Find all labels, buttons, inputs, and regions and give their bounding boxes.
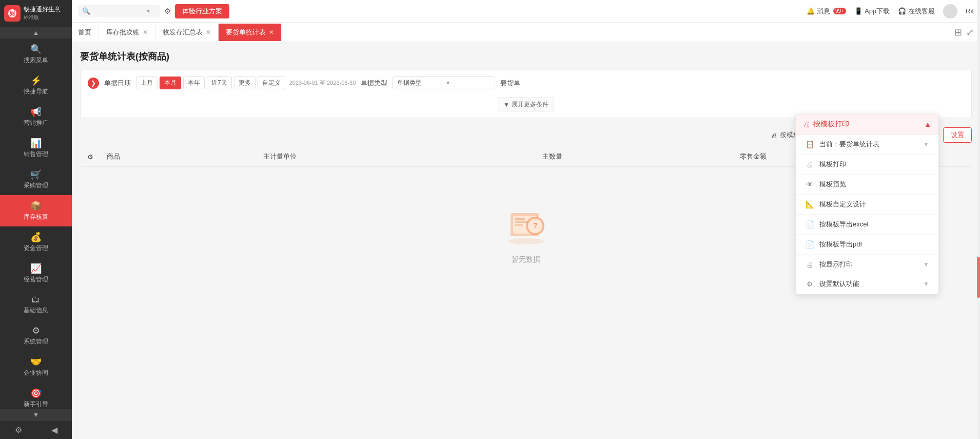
operation-icon: 📈 <box>30 263 42 274</box>
sidebar-nav: 🔍 搜索菜单 ⚡ 快捷导航 📢 营销推广 📊 销售管理 🛒 采购管理 📦 库存核… <box>0 39 72 409</box>
sidebar-item-marketing[interactable]: 📢 营销推广 <box>0 101 72 132</box>
main-content: 🔍 ▼ ⚙ 体验行业方案 🔔 消息 99+ 📱 App下载 🎧 在线客服 Rit <box>72 0 980 439</box>
sidebar-item-purchase[interactable]: 🛒 采购管理 <box>0 164 72 195</box>
print-dropdown-collapse-icon[interactable]: ▲ <box>924 120 931 128</box>
sidebar-item-collab[interactable]: 🤝 企业协同 <box>0 351 72 383</box>
col-settings-header[interactable]: ⚙ <box>80 147 101 167</box>
tabs-fullscreen-btn[interactable]: ⤢ <box>966 27 974 38</box>
sidebar-scroll-up[interactable]: ▲ <box>0 27 72 39</box>
tab-order-stats[interactable]: 要货单统计表 ✕ <box>219 24 282 41</box>
date-range-display: 2023-06-01 至 2023-06-30 <box>289 79 356 87</box>
type-filter-value: 单据类型 <box>397 79 442 87</box>
tab-inventory-batch-close[interactable]: ✕ <box>143 29 148 36</box>
set-default-icon: ⚙ <box>805 280 814 288</box>
date-filter-buttons: 上月 本月 本年 近7天 更多 自定义 2023-06-01 至 2023-06… <box>136 77 356 89</box>
avatar[interactable] <box>943 4 957 18</box>
topbar: 🔍 ▼ ⚙ 体验行业方案 🔔 消息 99+ 📱 App下载 🎧 在线客服 Rit <box>72 0 980 23</box>
svg-text:财: 财 <box>9 10 16 16</box>
sidebar-item-search[interactable]: 🔍 搜索菜单 <box>0 39 72 70</box>
print-icon: 🖨 <box>771 131 778 139</box>
template-print-item[interactable]: 🖨 模板打印 <box>796 155 938 175</box>
template-export-excel-item[interactable]: 📄 按模板导出excel <box>796 215 938 235</box>
print-dropdown-title-area: 🖨 按模板打印 <box>803 120 849 129</box>
date-btn-custom[interactable]: 自定义 <box>258 77 285 89</box>
sidebar-item-guide[interactable]: 🎯 新手引导 <box>0 383 72 409</box>
expand-conditions-btn[interactable]: ▼ 展开更多条件 <box>498 98 554 111</box>
display-print-icon: 🖨 <box>805 260 814 269</box>
expand-icon: ▼ <box>503 101 509 108</box>
svg-text:?: ? <box>533 221 538 230</box>
tab-home-label: 首页 <box>78 28 91 37</box>
app-download-btn[interactable]: 📱 App下载 <box>854 7 890 16</box>
message-icon: 🔔 <box>807 7 815 15</box>
search-dropdown-icon: ▼ <box>146 8 151 14</box>
tab-receipt-summary[interactable]: 收发存汇总表 ✕ <box>155 24 219 41</box>
sales-icon: 📊 <box>30 138 42 149</box>
template-export-pdf-label: 按模板导出pdf <box>819 240 862 249</box>
sidebar-item-sales[interactable]: 📊 销售管理 <box>0 132 72 164</box>
scrollbar-thumb[interactable] <box>977 257 980 298</box>
sidebar-logo: 财 畅捷通好生意 标准版 <box>0 0 72 27</box>
template-export-pdf-item[interactable]: 📄 按模板导出pdf <box>796 235 938 255</box>
template-export-pdf-icon: 📄 <box>805 240 814 249</box>
template-design-item[interactable]: 📐 模板自定义设计 <box>796 195 938 215</box>
current-template-item[interactable]: 📋 当前：要货单统计表 ▼ <box>796 135 938 155</box>
trial-btn[interactable]: 体验行业方案 <box>175 4 229 18</box>
col-unit-header: 主计量单位 <box>257 147 536 167</box>
filter-collapse-btn[interactable]: ❯ <box>88 78 99 89</box>
topbar-gear-icon[interactable]: ⚙ <box>164 7 171 16</box>
type-filter-label: 单据类型 <box>361 79 387 88</box>
template-preview-item[interactable]: 👁 模板预览 <box>796 175 938 195</box>
type-filter-arrow-icon: ▼ <box>445 80 491 86</box>
date-btn-current-month[interactable]: 本月 <box>160 77 181 89</box>
display-print-arrow: ▼ <box>923 261 929 268</box>
date-btn-7days[interactable]: 近7天 <box>207 77 232 89</box>
sidebar-item-system[interactable]: ⚙ 系统管理 <box>0 320 72 351</box>
date-btn-last-month[interactable]: 上月 <box>136 77 158 89</box>
set-default-label: 设置默认功能 <box>819 279 859 289</box>
inventory-icon: 📦 <box>30 200 42 212</box>
scrollbar[interactable] <box>977 0 980 439</box>
template-export-excel-icon: 📄 <box>805 220 814 228</box>
online-service-btn[interactable]: 🎧 在线客服 <box>898 7 935 16</box>
sidebar-item-finance[interactable]: 💰 资金管理 <box>0 226 72 258</box>
empty-state-icon: ? <box>500 198 552 249</box>
sidebar-item-quick-nav[interactable]: ⚡ 快捷导航 <box>0 70 72 101</box>
sidebar-collapse-btn[interactable]: ◀ <box>51 425 57 435</box>
type-filter-select[interactable]: 单据类型 ▼ <box>393 77 495 89</box>
topbar-right: 🔔 消息 99+ 📱 App下载 🎧 在线客服 Rit <box>807 4 974 18</box>
date-btn-more[interactable]: 更多 <box>234 77 256 89</box>
sidebar-item-basic[interactable]: 🗂 基础信息 <box>0 289 72 320</box>
set-default-item[interactable]: ⚙ 设置默认功能 ▼ <box>796 274 938 294</box>
sidebar-item-inventory[interactable]: 📦 库存核算 <box>0 195 72 226</box>
display-print-item[interactable]: 🖨 按显示打印 ▼ <box>796 255 938 274</box>
tab-home[interactable]: 首页 <box>78 24 99 41</box>
set-default-arrow: ▼ <box>923 280 929 288</box>
guide-icon: 🎯 <box>30 388 42 399</box>
tab-receipt-summary-close[interactable]: ✕ <box>206 29 211 36</box>
table-settings-btn[interactable]: 设置 <box>943 127 972 143</box>
sidebar-scroll-down[interactable]: ▼ <box>0 409 72 421</box>
date-btn-current-year[interactable]: 本年 <box>183 77 205 89</box>
headset-icon: 🎧 <box>898 7 906 15</box>
tab-order-stats-close[interactable]: ✕ <box>269 29 274 36</box>
expand-label: 展开更多条件 <box>512 100 548 109</box>
topbar-search-box[interactable]: 🔍 ▼ <box>78 5 160 17</box>
message-btn[interactable]: 🔔 消息 99+ <box>807 7 846 16</box>
tabs-bar: 首页 库存批次账 ✕ 收发存汇总表 ✕ 要货单统计表 ✕ ⊞ ⤢ <box>72 23 980 42</box>
display-print-label: 按显示打印 <box>819 260 853 269</box>
app-logo-text: 畅捷通好生意 标准版 <box>24 6 61 21</box>
col-goods-header: 商品 <box>101 147 257 167</box>
search-input[interactable] <box>92 8 144 15</box>
svg-rect-8 <box>515 218 525 220</box>
content-area: 要货单统计表(按商品) ❯ 单据日期 上月 本月 本年 近7天 更多 自定义 2… <box>72 42 980 439</box>
tabs-expand-btn[interactable]: ⊞ <box>954 27 962 38</box>
sidebar-item-operation[interactable]: 📈 经营管理 <box>0 258 72 289</box>
print-dropdown-header: 🖨 按模板打印 ▲ <box>796 114 938 135</box>
date-filter-label: 单据日期 <box>104 79 131 88</box>
current-template-arrow: ▼ <box>923 141 929 148</box>
message-badge: 99+ <box>833 8 846 14</box>
sidebar-settings-btn[interactable]: ⚙ <box>15 425 22 435</box>
col-settings-icon: ⚙ <box>87 153 93 161</box>
tab-inventory-batch[interactable]: 库存批次账 ✕ <box>99 24 155 41</box>
